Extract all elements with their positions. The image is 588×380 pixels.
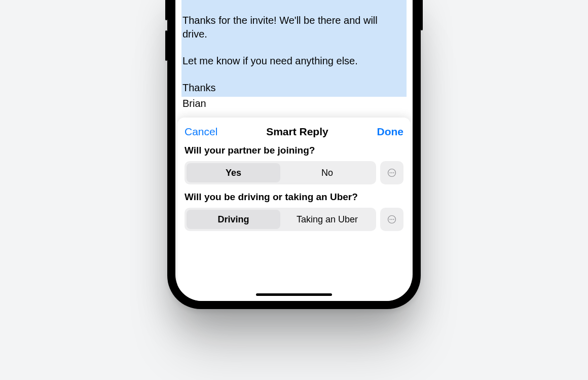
- option-no[interactable]: No: [280, 163, 374, 182]
- email-signature: Brian: [181, 97, 407, 110]
- volume-down-button: [165, 30, 167, 61]
- sheet-title: Smart Reply: [266, 126, 328, 138]
- question-prompt: Will your partner be joining?: [185, 145, 403, 156]
- done-button[interactable]: Done: [377, 126, 403, 138]
- option-driving[interactable]: Driving: [187, 210, 280, 229]
- cancel-button[interactable]: Cancel: [185, 126, 217, 138]
- screen: Hi Jasmine Thanks for the invite! We'll …: [175, 0, 413, 301]
- phone-frame: Hi Jasmine Thanks for the invite! We'll …: [167, 0, 421, 309]
- email-paragraph: Thanks for the invite! We'll be there an…: [182, 14, 403, 41]
- power-button: [421, 0, 423, 30]
- email-paragraph: Let me know if you need anything else.: [182, 54, 403, 68]
- home-indicator[interactable]: [256, 293, 332, 296]
- more-options-button[interactable]: [380, 208, 403, 231]
- more-icon: [387, 168, 396, 177]
- sheet-header: Cancel Smart Reply Done: [185, 126, 403, 138]
- svg-point-6: [391, 219, 392, 220]
- segmented-control-partner: Yes No: [185, 161, 376, 184]
- svg-point-5: [390, 219, 391, 220]
- email-highlight-block: Hi Jasmine Thanks for the invite! We'll …: [181, 0, 407, 97]
- svg-point-1: [390, 172, 391, 173]
- segmented-control-transport: Driving Taking an Uber: [185, 208, 376, 231]
- question-block-transport: Will you be driving or taking an Uber? D…: [185, 192, 403, 231]
- svg-point-2: [391, 172, 392, 173]
- more-icon: [387, 215, 396, 224]
- option-yes[interactable]: Yes: [187, 163, 280, 182]
- email-body: Hi Jasmine Thanks for the invite! We'll …: [175, 0, 413, 116]
- more-options-button[interactable]: [380, 161, 403, 184]
- volume-up-button: [165, 0, 167, 20]
- smart-reply-sheet: Cancel Smart Reply Done Will your partne…: [177, 118, 411, 301]
- svg-point-3: [393, 172, 394, 173]
- email-closing: Thanks: [182, 81, 403, 95]
- question-block-partner: Will your partner be joining? Yes No: [185, 145, 403, 184]
- svg-point-7: [393, 219, 394, 220]
- question-prompt: Will you be driving or taking an Uber?: [185, 192, 403, 203]
- option-uber[interactable]: Taking an Uber: [280, 210, 374, 229]
